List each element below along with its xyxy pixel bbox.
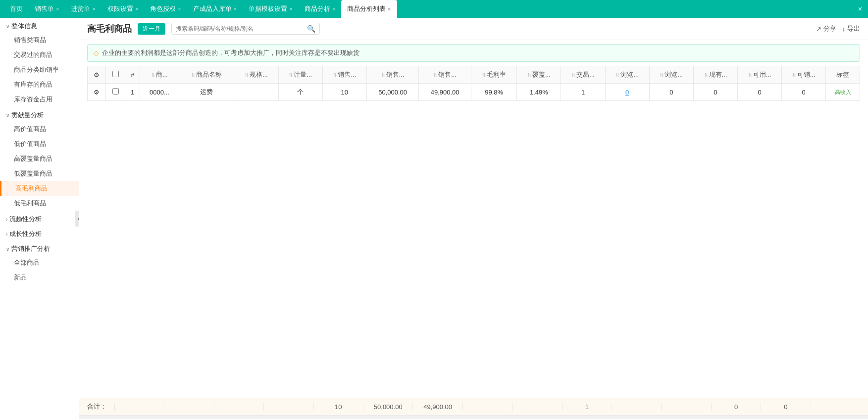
sort-icon[interactable]: ⇅ xyxy=(615,72,619,78)
sort-icon[interactable]: ⇅ xyxy=(527,72,531,78)
nav-close-icon[interactable]: × xyxy=(388,0,391,18)
col-header-current_stock[interactable]: ⇅现有... xyxy=(693,66,737,84)
sidebar-collapse-button[interactable]: « xyxy=(75,211,79,227)
table-wrapper[interactable]: ⚙#⇅商...⇅商品名称⇅规格...⇅计量...⇅销售...⇅销售...⇅销售.… xyxy=(79,66,868,398)
col-header-inner: # xyxy=(128,71,137,79)
sort-icon[interactable]: ⇅ xyxy=(191,72,195,78)
sidebar-item-低毛利商品[interactable]: 低毛利商品 xyxy=(0,196,79,211)
sort-icon[interactable]: ⇅ xyxy=(381,72,385,78)
nav-item-进货单[interactable]: 进货单× xyxy=(65,0,101,18)
section-arrow-icon: ∨ xyxy=(6,24,9,29)
section-arrow-icon: ∨ xyxy=(6,113,9,118)
col-label: 规格... xyxy=(250,70,268,79)
sidebar-section-营销推广分析[interactable]: ∨营销推广分析 xyxy=(0,240,79,255)
window-close-button[interactable]: × xyxy=(856,5,864,13)
col-header-coverage[interactable]: ⇅覆盖... xyxy=(517,66,561,84)
col-header-available[interactable]: ⇅可用... xyxy=(738,66,782,84)
sidebar-item-交易过的商品[interactable]: 交易过的商品 xyxy=(0,47,79,62)
section-arrow-icon: › xyxy=(6,217,7,222)
sort-icon[interactable]: ⇅ xyxy=(433,72,437,78)
info-banner: ◇ 企业的主要的利润都是这部分商品创造的，可考虑加大推广，同时关注库存是不要出现… xyxy=(87,44,860,62)
nav-close-icon[interactable]: × xyxy=(135,0,138,18)
search-input[interactable] xyxy=(176,25,307,32)
sidebar-section-贡献量分析[interactable]: ∨贡献量分析 xyxy=(0,107,79,122)
nav-item-单据模板设置[interactable]: 单据模板设置× xyxy=(243,0,298,18)
sidebar-item-高毛利商品[interactable]: 高毛利商品 xyxy=(0,181,79,196)
col-header-sales_amount[interactable]: ⇅销售... xyxy=(366,66,419,84)
sort-icon[interactable]: ⇅ xyxy=(482,72,486,78)
nav-item-商品分析列表[interactable]: 商品分析列表× xyxy=(341,0,397,18)
col-header-unit[interactable]: ⇅计量... xyxy=(278,66,322,84)
sidebar-item-高价值商品[interactable]: 高价值商品 xyxy=(0,122,79,137)
col-header-trade[interactable]: ⇅交易... xyxy=(561,66,605,84)
nav-item-销售单[interactable]: 销售单× xyxy=(29,0,65,18)
row-checkbox[interactable] xyxy=(112,88,119,94)
cell-sales_qty: 10 xyxy=(322,84,366,101)
col-header-index: # xyxy=(125,66,140,84)
sort-icon[interactable]: ⇅ xyxy=(333,72,337,78)
col-header-view1[interactable]: ⇅浏览... xyxy=(605,66,649,84)
search-icon[interactable]: 🔍 xyxy=(307,25,315,33)
sidebar-section-成长性分析[interactable]: ›成长性分析 xyxy=(0,226,79,240)
sort-icon[interactable]: ⇅ xyxy=(660,72,664,78)
nav-item-角色授权[interactable]: 角色授权× xyxy=(144,0,187,18)
footer-cell-1 xyxy=(164,403,213,411)
nav-close-icon[interactable]: × xyxy=(289,0,292,18)
nav-item-商品分析[interactable]: 商品分析× xyxy=(299,0,341,18)
col-label: 商品名称 xyxy=(196,70,222,79)
col-header-tag: 标签 xyxy=(826,66,860,84)
export-label: 导出 xyxy=(847,24,860,33)
sidebar-item-有库存的商品[interactable]: 有库存的商品 xyxy=(0,77,79,92)
nav-item-产成品入库单[interactable]: 产成品入库单× xyxy=(187,0,243,18)
col-header-sellable[interactable]: ⇅可销... xyxy=(782,66,826,84)
cell-sales_amount: 50,000.00 xyxy=(366,84,419,101)
col-header-sales_profit[interactable]: ⇅销售... xyxy=(419,66,471,84)
horizontal-scrollbar[interactable] xyxy=(79,415,868,419)
date-filter-button[interactable]: 近一月 xyxy=(138,23,165,35)
sort-icon[interactable]: ⇅ xyxy=(289,72,293,78)
export-button[interactable]: ↓ 导出 xyxy=(842,24,861,33)
row-settings-icon[interactable]: ⚙ xyxy=(94,89,100,96)
col-label: 覆盖... xyxy=(532,70,551,79)
col-header-sales_qty[interactable]: ⇅销售... xyxy=(322,66,366,84)
col-label: 销售... xyxy=(386,70,405,79)
sort-icon[interactable]: ⇅ xyxy=(792,72,796,78)
sidebar-section-整体信息[interactable]: ∨整体信息 xyxy=(0,18,79,33)
sort-icon[interactable]: ⇅ xyxy=(704,72,708,78)
select-all-checkbox[interactable] xyxy=(112,71,119,77)
share-button[interactable]: ↗ 分享 xyxy=(816,24,836,33)
settings-icon[interactable]: ⚙ xyxy=(94,71,100,79)
view1-link[interactable]: 0 xyxy=(625,89,629,96)
sidebar-item-新品[interactable]: 新品 xyxy=(0,270,79,285)
cell-view2: 0 xyxy=(649,84,693,101)
sidebar-item-商品分类助销率[interactable]: 商品分类助销率 xyxy=(0,62,79,77)
col-header-inner: 标签 xyxy=(829,70,857,79)
nav-close-icon[interactable]: × xyxy=(56,0,59,18)
nav-close-icon[interactable]: × xyxy=(178,0,181,18)
sidebar-item-低价值商品[interactable]: 低价值商品 xyxy=(0,137,79,151)
nav-close-icon[interactable]: × xyxy=(234,0,237,18)
col-header-name[interactable]: ⇅商品名称 xyxy=(179,66,234,84)
sidebar-item-全部商品[interactable]: 全部商品 xyxy=(0,255,79,270)
sidebar-item-高覆盖量商品[interactable]: 高覆盖量商品 xyxy=(0,151,79,166)
sort-icon[interactable]: ⇅ xyxy=(151,72,155,78)
nav-close-icon[interactable]: × xyxy=(332,0,335,18)
nav-item-权限设置[interactable]: 权限设置× xyxy=(102,0,144,18)
footer-cell-14 xyxy=(811,403,860,411)
sort-icon[interactable]: ⇅ xyxy=(748,72,752,78)
table-row: ⚙10000...运费个1050,000.0049,900.0099.8%1.4… xyxy=(88,84,860,101)
nav-item-首页[interactable]: 首页 xyxy=(4,0,29,18)
col-header-view2[interactable]: ⇅浏览... xyxy=(649,66,693,84)
col-label: 计量... xyxy=(294,70,312,79)
sort-icon[interactable]: ⇅ xyxy=(571,72,575,78)
sort-icon[interactable]: ⇅ xyxy=(245,72,249,78)
sidebar-item-库存资金占用[interactable]: 库存资金占用 xyxy=(0,92,79,107)
col-header-inner: ⇅销售... xyxy=(326,70,363,79)
col-header-spec[interactable]: ⇅规格... xyxy=(234,66,278,84)
sidebar-section-流趋性分析[interactable]: ›流趋性分析 xyxy=(0,211,79,226)
col-header-code[interactable]: ⇅商... xyxy=(140,66,179,84)
col-header-gross_margin[interactable]: ⇅毛利率 xyxy=(471,66,516,84)
sidebar-item-低覆盖量商品[interactable]: 低覆盖量商品 xyxy=(0,166,79,181)
sidebar-item-销售类商品[interactable]: 销售类商品 xyxy=(0,33,79,47)
nav-close-icon[interactable]: × xyxy=(92,0,95,18)
